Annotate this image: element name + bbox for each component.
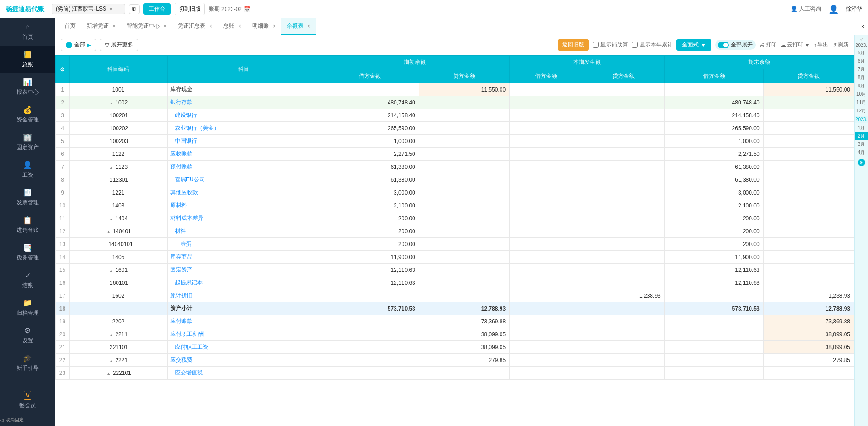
company-selector[interactable]: (劣前) 江西胶宝-LSS ▼ (52, 4, 125, 14)
month-item-12[interactable]: 12月 (855, 107, 868, 115)
tab-balance[interactable]: 余额表 × (281, 18, 316, 35)
all-filter-button[interactable]: 全部 ▶ (61, 39, 96, 51)
right-panel-settings-icon[interactable]: ⚙ (858, 159, 865, 166)
account-name-cell[interactable]: 起提累记本 (168, 276, 320, 289)
sidebar-unpin[interactable]: ◁ 取消固定 (0, 414, 55, 426)
tab-voucher-summary[interactable]: 凭证汇总表 × (172, 18, 218, 35)
account-name-cell[interactable]: 库存商品 (168, 251, 320, 264)
tab-ledger-close[interactable]: × (238, 23, 241, 29)
workbench-button[interactable]: 工作台 (143, 3, 171, 15)
refresh-button[interactable]: ↺ 刷新 (832, 41, 849, 49)
account-name-cell[interactable]: 建设银行 (168, 109, 320, 122)
account-name-link[interactable]: 应收账款 (170, 150, 192, 157)
account-name-link[interactable]: 银行存款 (170, 99, 192, 105)
account-name-link[interactable]: 其他应收款 (170, 189, 198, 196)
account-name-link[interactable]: 材料 (175, 228, 186, 234)
sidebar-item-home[interactable]: ⌂ 首页 (0, 18, 55, 46)
account-name-cell[interactable]: 材料 (168, 225, 320, 238)
account-name-cell[interactable]: 应付职工薪酬 (168, 328, 320, 341)
show-aux-checkbox-label[interactable]: 显示辅助算 (593, 41, 628, 49)
sidebar-item-archive[interactable]: 📁 归档管理 (0, 294, 55, 322)
tab-smart-center[interactable]: 智能凭证中心 × (121, 18, 172, 35)
account-name-link[interactable]: 固定资产 (170, 266, 192, 273)
month-item-4[interactable]: 4月 (855, 149, 868, 157)
tab-detail[interactable]: 明细账 × (247, 18, 281, 35)
sidebar-item-invoice[interactable]: 🧾 发票管理 (0, 184, 55, 211)
account-name-link[interactable]: 材料成本差异 (170, 215, 204, 221)
month-item-11[interactable]: 11月 (855, 98, 868, 107)
tab-bar-close[interactable]: × (861, 23, 864, 30)
month-item-7[interactable]: 7月 (855, 65, 868, 74)
account-name-cell[interactable]: 喜属EU公司 (168, 173, 320, 186)
sidebar-item-hr[interactable]: 👤 工资 (0, 156, 55, 184)
account-name-cell[interactable]: 应付账款 (168, 315, 320, 328)
sidebar-item-member[interactable]: V 畅会员 (0, 386, 55, 414)
account-name-cell[interactable]: 应交税费 (168, 354, 320, 367)
account-name-link[interactable]: 应付职工工资 (175, 344, 208, 350)
month-item-10[interactable]: 10月 (855, 90, 868, 98)
toggle-switch[interactable] (718, 42, 729, 48)
account-name-link[interactable]: 累计折旧 (170, 292, 192, 299)
month-item-9[interactable]: 9月 (855, 82, 868, 90)
tab-ledger[interactable]: 总账 × (218, 18, 247, 35)
account-name-link[interactable]: 应交税费 (170, 357, 192, 363)
account-name-cell[interactable]: 原材料 (168, 199, 320, 212)
sidebar-item-tax[interactable]: 📑 税务管理 (0, 239, 55, 266)
tab-detail-close[interactable]: × (273, 23, 276, 29)
return-old-button[interactable]: 返回旧版 (558, 39, 589, 51)
account-name-link[interactable]: 预付账款 (170, 163, 192, 170)
account-name-cell[interactable]: 固定资产 (168, 264, 320, 276)
sidebar-item-settle[interactable]: ✓ 结账 (0, 266, 55, 294)
cloud-print-button[interactable]: ☁ 云打印 ▼ (781, 41, 810, 49)
account-name-link[interactable]: 原材料 (170, 202, 187, 208)
sidebar-item-sales[interactable]: 📋 进销台账 (0, 211, 55, 239)
month-item-3[interactable]: 3月 (855, 140, 868, 149)
account-name-link[interactable]: 应付账款 (170, 318, 192, 324)
print-button[interactable]: 🖨 打印 (759, 41, 777, 49)
month-item-8[interactable]: 8月 (855, 74, 868, 82)
account-name-link[interactable]: 应付职工薪酬 (170, 331, 204, 337)
tab-home[interactable]: 首页 (59, 18, 81, 35)
account-name-cell[interactable]: 应收账款 (168, 148, 320, 161)
account-name-link[interactable]: 库存商品 (170, 253, 192, 260)
sidebar-item-assets[interactable]: 🏢 固定资产 (0, 128, 55, 156)
account-name-link[interactable]: 农业银行（美金） (175, 125, 219, 131)
export-button[interactable]: ↑ 导出 (814, 41, 828, 49)
show-year-total-checkbox[interactable] (632, 42, 638, 48)
account-name-cell[interactable]: 累计折旧 (168, 289, 320, 302)
account-name-link[interactable]: 应交增值税 (175, 369, 203, 376)
tab-new-voucher[interactable]: 新增凭证 × (81, 18, 121, 35)
account-name-cell[interactable]: 其他应收款 (168, 186, 320, 199)
sidebar-item-guide[interactable]: 🎓 新手引导 (0, 349, 55, 377)
full-style-button[interactable]: 全面式 ▼ (676, 39, 711, 51)
copy-button[interactable]: ⧉ (129, 4, 140, 14)
period-icon[interactable]: 📅 (244, 6, 250, 12)
account-name-cell[interactable]: 农业银行（美金） (168, 122, 320, 135)
account-name-link[interactable]: 喜属EU公司 (175, 176, 205, 183)
account-name-link[interactable]: 中国银行 (175, 138, 197, 144)
account-name-cell[interactable]: 应付职工工资 (168, 341, 320, 354)
month-item-5[interactable]: 5月 (855, 49, 868, 57)
sidebar-item-settings[interactable]: ⚙ 设置 (0, 322, 55, 349)
settings-column-header[interactable]: ⚙ (56, 56, 70, 83)
account-name-cell[interactable]: 应交增值税 (168, 367, 320, 380)
month-item-2[interactable]: 2月 (855, 132, 868, 140)
month-item-1[interactable]: 1月 (855, 124, 868, 132)
switch-version-button[interactable]: 切到旧版 (175, 3, 205, 15)
expand-more-button[interactable]: ▽ 展开更多 (100, 39, 138, 51)
account-name-link[interactable]: 起提累记本 (175, 279, 203, 286)
month-item-6[interactable]: 6月 (855, 57, 868, 65)
account-name-link[interactable]: 壹蛋 (181, 241, 192, 247)
right-panel-collapse[interactable]: ◁ (860, 37, 863, 42)
show-year-total-checkbox-label[interactable]: 显示本年累计 (632, 41, 673, 49)
account-name-cell[interactable]: 材料成本差异 (168, 212, 320, 225)
account-name-cell[interactable]: 预付账款 (168, 161, 320, 173)
sidebar-item-funds[interactable]: 💰 资金管理 (0, 101, 55, 128)
account-name-cell[interactable]: 银行存款 (168, 96, 320, 109)
account-name-link[interactable]: 建设银行 (175, 112, 197, 118)
tab-balance-close[interactable]: × (307, 23, 310, 29)
sidebar-item-ledger[interactable]: 📒 总账 (0, 46, 55, 73)
account-name-cell[interactable]: 壹蛋 (168, 238, 320, 251)
tab-new-voucher-close[interactable]: × (112, 23, 116, 29)
show-aux-checkbox[interactable] (593, 42, 599, 48)
